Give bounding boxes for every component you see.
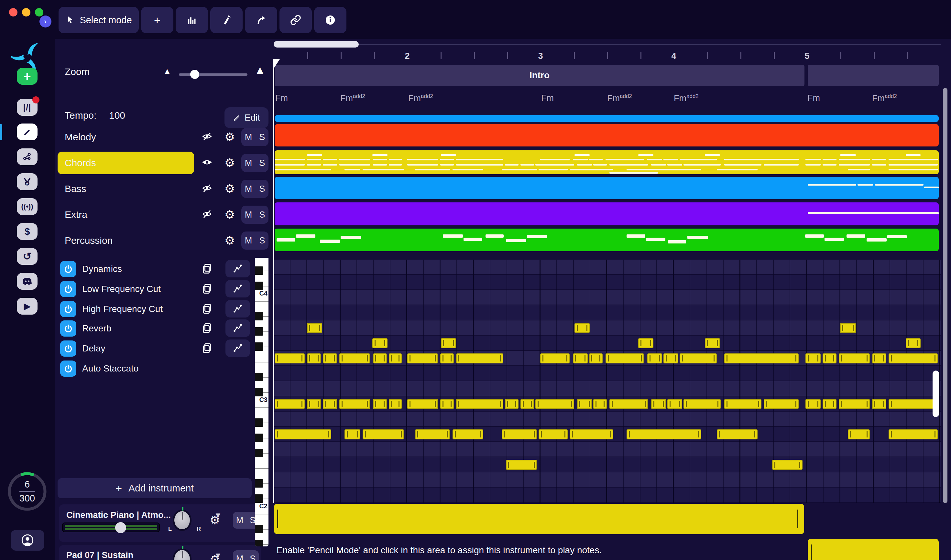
tempo-value[interactable]: 100 <box>109 110 125 121</box>
midi-note[interactable] <box>840 323 856 333</box>
midi-note[interactable] <box>540 353 570 363</box>
midi-note[interactable] <box>407 399 438 409</box>
visibility-toggle[interactable] <box>202 157 213 168</box>
track-row-chords[interactable]: Chords ⚙ M S <box>58 152 268 174</box>
midi-note[interactable] <box>606 353 644 363</box>
midi-note[interactable] <box>570 429 613 439</box>
grid-scroll-handle[interactable] <box>933 371 939 417</box>
automation-curve-button[interactable] <box>225 340 250 357</box>
midi-note[interactable] <box>839 353 870 363</box>
black-key[interactable] <box>255 525 263 533</box>
instrument-name[interactable]: Pad 07 | Sustain <box>66 550 133 560</box>
midi-note[interactable] <box>274 353 305 363</box>
mute-button[interactable]: M <box>245 132 252 142</box>
midi-note[interactable] <box>609 399 648 409</box>
automation-curve-button[interactable] <box>225 300 250 317</box>
pan-knob[interactable] <box>173 509 191 531</box>
midi-note[interactable] <box>848 429 870 439</box>
gear-icon[interactable]: ⚙ <box>225 234 235 247</box>
select-mode-button[interactable]: Select mode <box>59 7 139 33</box>
midi-note[interactable] <box>577 399 592 409</box>
midi-note[interactable] <box>680 353 717 363</box>
midi-note[interactable] <box>339 399 370 409</box>
black-key[interactable] <box>255 494 263 503</box>
midi-note[interactable] <box>339 353 370 363</box>
add-instrument-button[interactable]: + Add instrument <box>58 478 252 498</box>
solo-button[interactable]: S <box>250 554 256 560</box>
midi-note[interactable] <box>627 429 701 439</box>
midi-note[interactable] <box>889 429 938 439</box>
playhead-flag[interactable] <box>274 59 280 68</box>
midi-note[interactable] <box>440 353 454 363</box>
horizontal-scrollbar-thumb[interactable] <box>274 41 359 48</box>
midi-note[interactable] <box>362 429 404 439</box>
midi-note[interactable] <box>505 399 518 409</box>
midi-note[interactable] <box>344 429 360 439</box>
instrument-range-bar[interactable] <box>808 538 939 560</box>
midi-note[interactable] <box>389 399 402 409</box>
midi-note[interactable] <box>373 353 387 363</box>
midi-note[interactable] <box>823 399 837 409</box>
section-block[interactable] <box>808 65 939 86</box>
chords-lane[interactable] <box>274 150 939 174</box>
instrument-range-bar[interactable] <box>274 504 804 534</box>
achievements-button[interactable]: ★ <box>17 173 37 190</box>
black-key[interactable] <box>255 449 263 457</box>
piano-keyboard[interactable]: C4C3C2 <box>255 258 268 546</box>
mute-button[interactable]: M <box>245 158 252 168</box>
midi-note[interactable] <box>906 338 920 348</box>
power-toggle[interactable] <box>60 340 76 357</box>
vertical-scrollbar[interactable] <box>943 88 948 503</box>
midi-note[interactable] <box>539 429 568 439</box>
black-key[interactable] <box>255 388 263 396</box>
zoom-out-icon[interactable]: ▲ <box>163 67 171 75</box>
midi-note[interactable] <box>441 338 456 348</box>
gear-icon[interactable]: ⚙ <box>210 553 220 560</box>
midi-note[interactable] <box>772 460 803 470</box>
mute-button[interactable]: M <box>236 554 244 560</box>
midi-note[interactable] <box>535 399 574 409</box>
create-composition-button[interactable]: + <box>17 68 37 85</box>
sidebar-expand-button[interactable]: › <box>40 15 51 28</box>
track-row-percussion[interactable]: Percussion ⚙ M S <box>58 229 268 252</box>
piano-roll-grid[interactable] <box>274 260 941 503</box>
branch-tool-button[interactable] <box>17 148 37 165</box>
mute-button[interactable]: M <box>236 515 244 525</box>
track-row-bass[interactable]: Bass ⚙ M S <box>58 177 268 200</box>
midi-note[interactable] <box>638 338 654 348</box>
melody-lane[interactable] <box>274 124 939 146</box>
visibility-toggle[interactable] <box>202 132 213 143</box>
midi-note[interactable] <box>573 353 588 363</box>
midi-note[interactable] <box>889 399 938 409</box>
window-zoom-button[interactable] <box>35 8 43 17</box>
black-key[interactable] <box>255 479 263 488</box>
mute-button[interactable]: M <box>245 210 252 220</box>
zoom-slider-thumb[interactable] <box>190 70 199 79</box>
midi-note[interactable] <box>274 429 331 439</box>
solo-button[interactable]: S <box>259 158 265 168</box>
black-key[interactable] <box>255 418 263 427</box>
tempo-edit-button[interactable]: Edit <box>225 107 268 128</box>
midi-note[interactable] <box>805 399 821 409</box>
solo-button[interactable]: S <box>259 184 265 194</box>
automation-curve-button[interactable] <box>225 320 250 337</box>
window-close-button[interactable] <box>9 8 17 17</box>
playhead-line[interactable] <box>273 59 274 503</box>
midi-note[interactable] <box>407 353 438 363</box>
midi-note[interactable] <box>456 353 503 363</box>
power-toggle[interactable] <box>60 301 76 317</box>
discord-button[interactable] <box>17 273 37 290</box>
midi-note[interactable] <box>589 353 603 363</box>
solo-button[interactable]: S <box>259 210 265 220</box>
window-minimize-button[interactable] <box>22 8 31 17</box>
copy-icon[interactable] <box>203 304 211 314</box>
midi-note[interactable] <box>373 399 387 409</box>
midi-note[interactable] <box>453 429 483 439</box>
midi-note[interactable] <box>647 353 662 363</box>
midi-note[interactable] <box>663 353 678 363</box>
gear-icon[interactable]: ⚙ <box>225 182 235 195</box>
visibility-toggle[interactable] <box>202 183 213 194</box>
instrument-name[interactable]: Cinematic Piano | Atmo... <box>66 510 171 520</box>
midi-note[interactable] <box>575 323 590 333</box>
instrument-card[interactable]: Cinematic Piano | Atmo... ▼ L R ⚙ M S <box>59 505 261 542</box>
